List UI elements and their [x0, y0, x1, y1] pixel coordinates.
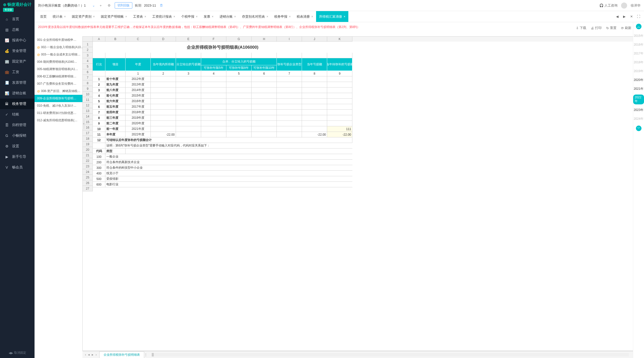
- year-option[interactable]: 2023年: [634, 107, 643, 113]
- cell[interactable]: 前九年度: [105, 82, 126, 87]
- cell[interactable]: [302, 115, 327, 121]
- tab[interactable]: 个税申报×: [178, 11, 201, 22]
- cell[interactable]: [302, 82, 327, 87]
- cell[interactable]: 前十年度: [105, 76, 126, 82]
- col-header[interactable]: F: [201, 37, 226, 42]
- cell[interactable]: [105, 71, 126, 76]
- cell[interactable]: [201, 126, 226, 132]
- nav-item-archive[interactable]: 🗄归档管理: [0, 120, 35, 130]
- cell[interactable]: [176, 132, 201, 137]
- cell[interactable]: [126, 148, 352, 154]
- tab[interactable]: 进销台账×: [217, 11, 239, 22]
- tree-item[interactable]: 011-研发费用加计扣除优惠…: [35, 109, 82, 117]
- tab[interactable]: 工资统计报表×: [149, 11, 178, 22]
- nav-item-stock[interactable]: 📊进销台账: [0, 88, 35, 99]
- cell[interactable]: 6: [93, 104, 105, 110]
- col-header[interactable]: E: [176, 37, 201, 42]
- col-header[interactable]: G: [226, 37, 252, 42]
- cell[interactable]: [302, 121, 327, 126]
- cell[interactable]: -22.00: [327, 132, 352, 137]
- tree-item[interactable]: 004-期间费用明细表(A1040…: [35, 58, 82, 66]
- tab[interactable]: 首页: [37, 11, 50, 22]
- cell[interactable]: [277, 104, 302, 110]
- cell[interactable]: [327, 93, 352, 99]
- tree-collapse-handle[interactable]: «: [82, 118, 85, 129]
- tab[interactable]: 固定资产明细账×: [98, 11, 130, 22]
- cell[interactable]: 2: [93, 82, 105, 87]
- tab[interactable]: 工资表×: [130, 11, 149, 22]
- cell[interactable]: 本年度: [105, 132, 126, 137]
- cell[interactable]: [252, 121, 277, 126]
- cell[interactable]: [126, 53, 151, 58]
- gear-icon[interactable]: ⚙: [106, 3, 112, 9]
- period-value[interactable]: 2023-11: [144, 4, 156, 7]
- cell[interactable]: [201, 115, 226, 121]
- cell[interactable]: [176, 126, 201, 132]
- cell[interactable]: [93, 53, 105, 58]
- cell[interactable]: [277, 132, 302, 137]
- cell[interactable]: [302, 99, 327, 104]
- cell[interactable]: [226, 104, 252, 110]
- cell[interactable]: [176, 115, 201, 121]
- nav-item-vip[interactable]: V畅会员: [0, 162, 35, 173]
- cell[interactable]: [327, 110, 352, 115]
- cell[interactable]: [226, 76, 252, 82]
- tabs-close-all[interactable]: ✕: [628, 14, 634, 20]
- cell[interactable]: 4: [93, 93, 105, 99]
- row-header[interactable]: 18: [83, 136, 93, 141]
- cell[interactable]: 2012年度: [126, 76, 151, 82]
- row-header[interactable]: 8: [83, 80, 93, 86]
- fullscreen-icon[interactable]: ⛶: [635, 14, 641, 20]
- sheet-last[interactable]: ›: [95, 353, 98, 356]
- cell[interactable]: [151, 126, 176, 132]
- cell[interactable]: [201, 132, 226, 137]
- cell[interactable]: 2022年度: [126, 132, 151, 137]
- sheet-next[interactable]: ▸: [91, 353, 95, 356]
- row-header[interactable]: 5: [83, 64, 93, 69]
- tab-close-icon[interactable]: ×: [64, 15, 66, 18]
- cell[interactable]: [252, 53, 277, 58]
- cell[interactable]: [151, 76, 176, 82]
- cell[interactable]: 说明：第6列"弥补亏损企业类型"需要手动输入对应代码，代码对应关系如下：: [105, 143, 352, 148]
- cell[interactable]: [277, 93, 302, 99]
- calendar-icon[interactable]: 🗓: [159, 3, 165, 9]
- cell[interactable]: 2018年度: [126, 110, 151, 115]
- row-header[interactable]: 11: [83, 97, 93, 103]
- nav-item-salary[interactable]: 💼工资: [0, 67, 35, 77]
- cell[interactable]: [327, 121, 352, 126]
- cell[interactable]: 4: [201, 71, 226, 76]
- cell[interactable]: [226, 126, 252, 132]
- cell[interactable]: [277, 99, 302, 104]
- tab[interactable]: 发票×: [201, 11, 217, 22]
- chevron-down-icon[interactable]: ⌄: [92, 4, 95, 7]
- col-header[interactable]: D: [151, 37, 176, 42]
- row-header[interactable]: 23: [83, 164, 93, 169]
- cell[interactable]: [302, 110, 327, 115]
- cell[interactable]: [176, 76, 201, 82]
- cell[interactable]: [226, 99, 252, 104]
- cell[interactable]: 线宽小于: [105, 171, 352, 176]
- cell[interactable]: [226, 82, 252, 87]
- row-header[interactable]: 3: [83, 53, 93, 58]
- old-version-button[interactable]: 切到旧版: [115, 2, 132, 9]
- tab[interactable]: 税表清册×: [294, 11, 316, 22]
- row-header[interactable]: 1: [83, 42, 93, 47]
- cell[interactable]: [201, 99, 226, 104]
- cell[interactable]: 电影行业: [105, 182, 352, 187]
- cell[interactable]: 符合条件的科技型中小企业: [105, 165, 352, 171]
- cell[interactable]: [176, 87, 201, 93]
- nav-item-tax[interactable]: 🏛税务管理: [0, 99, 35, 109]
- cell[interactable]: [151, 104, 176, 110]
- cell[interactable]: 1: [126, 71, 151, 76]
- year-option[interactable]: 2020年: [634, 77, 643, 83]
- cell[interactable]: 1: [93, 76, 105, 82]
- cell[interactable]: 受疫情影: [105, 176, 352, 182]
- cell[interactable]: 2017年度: [126, 104, 151, 110]
- cell[interactable]: 400: [93, 171, 105, 176]
- tree-item[interactable]: 001-企业所得税年度纳税申…: [35, 36, 82, 44]
- sidebar-unpin[interactable]: ◀▶ 取消固定: [0, 348, 35, 358]
- row-header[interactable]: 24: [83, 169, 93, 175]
- tree-item[interactable]: 010-免税、减计收入及加计…: [35, 102, 82, 109]
- row-header[interactable]: 10: [83, 92, 93, 97]
- cell[interactable]: 8: [302, 71, 327, 76]
